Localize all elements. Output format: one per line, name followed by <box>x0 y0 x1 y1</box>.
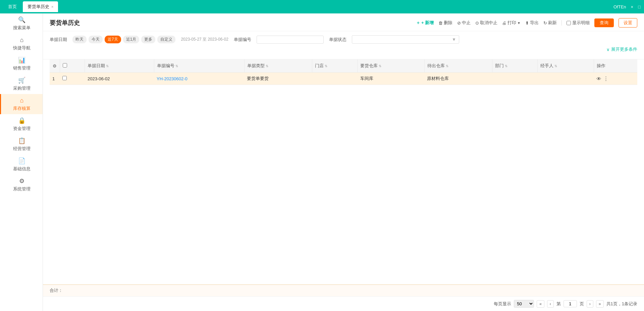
settings-button[interactable]: 设置 <box>619 18 637 28</box>
date-btn-7days[interactable]: 近7天 <box>105 36 121 43</box>
th-req-warehouse[interactable]: 要货仓库⇅ <box>358 59 425 73</box>
export-icon: ⬆ <box>525 20 529 26</box>
row-more-icon[interactable]: ⋮ <box>603 76 608 82</box>
query-button[interactable]: 查询 <box>594 18 614 27</box>
td-store <box>312 73 358 85</box>
th-wait-warehouse[interactable]: 待出仓库⇅ <box>424 59 492 73</box>
print-button[interactable]: 🖨 打印 ▼ <box>502 20 521 26</box>
sidebar-item-sales-mgmt[interactable]: 📊 销售管理 <box>0 54 43 74</box>
sidebar-item-label-search-menu: 搜索菜单 <box>13 25 31 31</box>
th-checkbox[interactable] <box>60 59 85 73</box>
next-page-btn[interactable]: › <box>587 300 593 308</box>
sidebar-item-system-mgmt[interactable]: ⚙ 系统管理 <box>0 175 43 195</box>
system-mgmt-icon: ⚙ <box>19 177 24 185</box>
th-bill-type[interactable]: 单据类型⇅ <box>244 59 312 73</box>
refresh-icon: ↻ <box>543 20 547 26</box>
sidebar-item-label-finance-mgmt: 资金管理 <box>13 126 31 132</box>
delete-button[interactable]: 🗑 删除 <box>438 20 452 26</box>
top-bar-right: OfTEn × □ <box>613 4 641 9</box>
table-head: ⚙ 单据日期⇅ 单据编号⇅ 单据类型⇅ 门店⇅ <box>50 59 637 73</box>
first-page-btn[interactable]: « <box>537 300 544 308</box>
per-page-label: 每页显示 <box>494 301 511 307</box>
table-row: 1 2023-06-02 YH-20230602-0 要货单要货 车间库 原材料… <box>50 73 637 85</box>
sidebar: 🔍 搜索菜单 ⌂ 快捷导航 📊 销售管理 🛒 采购管理 ⌂ 库存核算 🔒 资金管… <box>0 13 43 311</box>
sidebar-item-label-inventory-calc: 库存核算 <box>13 105 31 112</box>
toolbar-separator <box>561 20 562 26</box>
basic-info-icon: 📄 <box>18 157 25 165</box>
select-all-checkbox[interactable] <box>63 63 67 68</box>
bill-no-input[interactable] <box>257 36 324 44</box>
data-table: ⚙ 单据日期⇅ 单据编号⇅ 单据类型⇅ 门店⇅ <box>50 59 637 85</box>
cancel-stop-button[interactable]: ⊙ 取消中止 <box>475 20 497 26</box>
td-date: 2023-06-02 <box>85 73 154 85</box>
date-btn-1month[interactable]: 近1月 <box>123 36 140 43</box>
th-handler[interactable]: 经手人⇅ <box>538 59 594 73</box>
bill-no-label: 单据编号 <box>234 37 251 43</box>
td-req-warehouse: 车间库 <box>358 73 425 85</box>
th-settings[interactable]: ⚙ <box>50 59 60 73</box>
show-detail-checkbox[interactable] <box>567 21 571 25</box>
sidebar-item-ops-mgmt[interactable]: 📋 经营管理 <box>0 134 43 154</box>
sidebar-item-inventory-calc[interactable]: ⌂ 库存核算 <box>0 94 43 114</box>
add-icon: ＋ <box>416 20 420 26</box>
home-tab-label: 首页 <box>8 4 17 10</box>
content-area: 要货单历史 ＋ + 新增 🗑 删除 ⊘ 中止 ⊙ 取消中止 <box>43 13 644 311</box>
sidebar-item-label-purchase-mgmt: 采购管理 <box>13 85 31 91</box>
window-minimize-icon[interactable]: □ <box>638 4 641 9</box>
refresh-button[interactable]: ↻ 刷新 <box>543 20 557 26</box>
ops-mgmt-icon: 📋 <box>18 137 25 144</box>
last-page-btn[interactable]: » <box>596 300 604 308</box>
purchase-mgmt-icon: 🛒 <box>18 77 25 84</box>
sidebar-item-purchase-mgmt[interactable]: 🛒 采购管理 <box>0 74 43 94</box>
date-btn-more[interactable]: 更多 <box>141 36 155 43</box>
table-wrapper: ⚙ 单据日期⇅ 单据编号⇅ 单据类型⇅ 门店⇅ <box>43 59 644 284</box>
row-checkbox[interactable] <box>62 76 67 80</box>
sidebar-item-finance-mgmt[interactable]: 🔒 资金管理 <box>0 114 43 134</box>
th-dept[interactable]: 部门⇅ <box>492 59 538 73</box>
date-range-display: 2023-05-27 至 2023-06-02 <box>181 37 228 42</box>
finance-mgmt-icon: 🔒 <box>18 117 25 124</box>
home-tab[interactable]: 首页 <box>3 1 21 12</box>
active-tab[interactable]: 要货单历史 × <box>23 1 58 12</box>
date-btn-custom[interactable]: 自定义 <box>157 36 175 43</box>
page-header: 要货单历史 ＋ + 新增 🗑 删除 ⊘ 中止 ⊙ 取消中止 <box>43 13 644 31</box>
export-button[interactable]: ⬆ 导出 <box>525 20 539 26</box>
status-label: 单据状态 <box>329 37 346 43</box>
prev-page-btn[interactable]: ‹ <box>547 300 554 308</box>
active-tab-label: 要货单历史 <box>28 4 49 10</box>
delete-icon: 🗑 <box>438 20 443 26</box>
show-detail-checkbox-wrapper[interactable]: 显示明细 <box>567 20 590 26</box>
sidebar-item-quick-nav[interactable]: ⌂ 快捷导航 <box>0 34 43 54</box>
table-footer: 合计： <box>43 284 644 296</box>
window-close-icon[interactable]: × <box>631 4 634 9</box>
td-wait-warehouse: 原材料仓库 <box>424 73 492 85</box>
date-btn-yesterday[interactable]: 昨天 <box>72 36 87 43</box>
td-dept <box>492 73 538 85</box>
expand-more-icon: ∨ <box>606 47 610 52</box>
sidebar-item-label-basic-info: 基础信息 <box>13 166 31 172</box>
sidebar-item-search-menu[interactable]: 🔍 搜索菜单 <box>0 13 43 34</box>
date-btn-today[interactable]: 今天 <box>89 36 103 43</box>
inventory-calc-icon: ⌂ <box>20 97 24 104</box>
tab-close-icon[interactable]: × <box>51 5 53 9</box>
date-filter-label: 单据日期 <box>50 37 67 43</box>
td-checkbox[interactable] <box>60 73 85 85</box>
page-input[interactable] <box>564 300 577 307</box>
status-select-wrapper[interactable]: ▼ <box>352 35 459 44</box>
td-bill-no[interactable]: YH-20230602-0 <box>154 73 244 85</box>
sidebar-item-basic-info[interactable]: 📄 基础信息 <box>0 154 43 175</box>
th-bill-no[interactable]: 单据编号⇅ <box>154 59 244 73</box>
expand-more-label: 展开更多条件 <box>611 46 637 52</box>
row-edit-icon[interactable]: 👁 <box>596 76 601 82</box>
th-store[interactable]: 门店⇅ <box>312 59 358 73</box>
stop-button[interactable]: ⊘ 中止 <box>457 20 471 26</box>
expand-more-btn[interactable]: ∨ 展开更多条件 <box>606 46 637 52</box>
page-label-end: 页 <box>580 301 584 307</box>
th-date[interactable]: 单据日期⇅ <box>85 59 154 73</box>
page-title: 要货单历史 <box>50 19 80 27</box>
per-page-select[interactable]: 50 100 200 <box>514 300 534 308</box>
add-button[interactable]: ＋ + 新增 <box>416 20 434 26</box>
sidebar-item-label-ops-mgmt: 经营管理 <box>13 146 31 152</box>
td-handler <box>538 73 594 85</box>
status-dropdown-icon: ▼ <box>452 37 456 42</box>
